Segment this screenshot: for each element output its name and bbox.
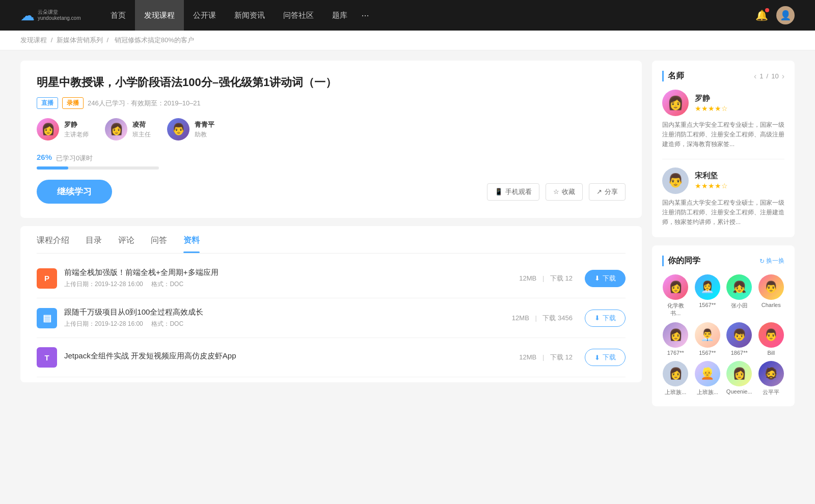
main-layout: 明星中教授课，小学阶段语法100分–强化级第1讲动词（一） 直播 录播 246人…	[0, 50, 815, 425]
action-buttons: 📱 手机观看 ☆ 收藏 ↗ 分享	[487, 183, 626, 201]
user-avatar-nav[interactable]: 👤	[776, 6, 795, 24]
teacher-role-2: 助教	[195, 130, 214, 139]
progress-percent: 26%	[37, 153, 52, 161]
student-name-2: 张小田	[731, 302, 748, 310]
teachers-page-total: 10	[771, 72, 778, 80]
nav-news[interactable]: 新闻资讯	[225, 0, 274, 31]
student-avatar-8: 👩	[663, 361, 688, 386]
nav-open[interactable]: 公开课	[184, 0, 225, 31]
student-name-8: 上班族...	[665, 388, 686, 396]
breadcrumb-link-series[interactable]: 新媒体营销系列	[57, 36, 103, 44]
tab-reviews[interactable]: 评论	[118, 226, 134, 253]
student-name-5: 1567**	[699, 350, 716, 356]
continue-button[interactable]: 继续学习	[37, 180, 112, 204]
nav-more[interactable]: ···	[357, 0, 374, 31]
badge-live: 直播	[37, 97, 58, 109]
teachers-sidebar-card: 名师 ‹ 1 / 10 › 👩 罗静 ★★★★☆ 国内	[652, 61, 795, 237]
tab-catalog[interactable]: 目录	[86, 226, 102, 253]
mobile-watch-button[interactable]: 📱 手机观看	[487, 183, 539, 201]
tabs-section: 课程介绍 目录 评论 问答 资料 P 前端全栈加强版！前端全栈+全周期+多端应用…	[20, 226, 642, 382]
student-avatar-5: 👨‍💼	[695, 322, 720, 348]
file-item-2: T Jetpack全组件实战 开发短视频应用高仿皮皮虾App 12MB | 下载…	[37, 338, 626, 377]
tab-intro[interactable]: 课程介绍	[37, 226, 69, 253]
file-meta-0: 上传日期：2019-12-28 16:00 格式：DOC	[64, 280, 519, 289]
file-list: P 前端全栈加强版！前端全栈+全周期+多端应用 上传日期：2019-12-28 …	[37, 254, 626, 382]
breadcrumb: 发现课程 / 新媒体营销系列 / 销冠修炼术搞定80%的客户	[0, 31, 815, 50]
teacher-name-1: 凌荷	[132, 120, 151, 129]
student-item-7: 👨 Bill	[758, 322, 785, 356]
student-item-3: 👨 Charles	[758, 274, 785, 317]
nav-qa[interactable]: 问答社区	[274, 0, 323, 31]
file-icon-0: P	[37, 268, 57, 289]
teacher-name-2: 青青平	[195, 120, 214, 129]
student-item-5: 👨‍💼 1567**	[694, 322, 721, 356]
student-item-0: 👩 化学教书...	[662, 274, 689, 317]
action-row: 继续学习 📱 手机观看 ☆ 收藏 ↗ 分享	[37, 180, 626, 204]
file-meta-1: 上传日期：2019-12-28 16:00 格式：DOC	[64, 320, 512, 328]
teacher-role-1: 班主任	[132, 130, 151, 139]
file-stats-0: 12MB | 下载 12	[519, 274, 573, 283]
breadcrumb-sep-1: /	[51, 36, 55, 44]
share-button[interactable]: ↗ 分享	[589, 183, 626, 201]
students-sidebar-title: 你的同学	[662, 256, 700, 266]
notification-dot	[765, 8, 769, 12]
teachers-pagination: ‹ 1 / 10 ›	[754, 72, 784, 80]
tab-qa[interactable]: 问答	[151, 226, 167, 253]
teacher-item-0: 👩 罗静 主讲老师	[37, 118, 89, 141]
student-name-6: 1867**	[731, 350, 748, 356]
teacher-avatar-1: 👩	[105, 118, 127, 141]
download-icon-1: ⬇	[594, 314, 600, 322]
teachers-sidebar-title: 名师	[662, 71, 684, 81]
student-item-1: 👩‍💼 1567**	[694, 274, 721, 317]
sidebar-teacher-stars-1: ★★★★☆	[695, 182, 728, 190]
teacher-avatar-2: 👨	[167, 118, 189, 141]
sidebar-teacher-desc-1: 国内某重点大学安全工程专业硕士，国家一级注册消防工程师、注册安全工程师、注册建造…	[662, 198, 784, 228]
tab-materials[interactable]: 资料	[183, 226, 200, 253]
download-button-0[interactable]: ⬇ 下载	[585, 270, 626, 287]
teacher-item-1: 👩 凌荷 班主任	[105, 118, 151, 141]
student-item-6: 👦 1867**	[726, 322, 753, 356]
logo[interactable]: ☁ 云朵课堂 yundouketang.com	[20, 7, 81, 24]
logo-icon: ☁	[20, 7, 35, 24]
nav-quiz[interactable]: 题库	[323, 0, 357, 31]
nav-home[interactable]: 首页	[101, 0, 135, 31]
teacher-divider	[662, 159, 784, 159]
student-avatar-11: 🧔	[758, 361, 784, 386]
download-button-1[interactable]: ⬇ 下载	[585, 310, 626, 327]
nav-discover[interactable]: 发现课程	[135, 0, 184, 31]
breadcrumb-link-discover[interactable]: 发现课程	[20, 36, 47, 44]
teachers-prev-button[interactable]: ‹	[754, 72, 756, 80]
share-icon: ↗	[596, 188, 602, 195]
student-item-8: 👩 上班族...	[662, 361, 689, 396]
tabs-nav: 课程介绍 目录 评论 问答 资料	[37, 226, 626, 254]
teachers-next-button[interactable]: ›	[782, 72, 784, 80]
student-item-10: 👩 Queenie...	[726, 361, 753, 396]
file-info-2: Jetpack全组件实战 开发短视频应用高仿皮皮虾App	[64, 351, 519, 363]
course-title: 明星中教授课，小学阶段语法100分–强化级第1讲动词（一）	[37, 75, 626, 90]
sidebar-teacher-avatar-0: 👩	[662, 90, 689, 116]
teacher-role-0: 主讲老师	[64, 130, 89, 139]
download-button-2[interactable]: ⬇ 下载	[585, 349, 626, 366]
content-left: 明星中教授课，小学阶段语法100分–强化级第1讲动词（一） 直播 录播 246人…	[20, 61, 642, 414]
teachers-sidebar-header: 名师 ‹ 1 / 10 ›	[662, 71, 784, 81]
student-name-4: 1767**	[667, 350, 684, 356]
file-item-0: P 前端全栈加强版！前端全栈+全周期+多端应用 上传日期：2019-12-28 …	[37, 259, 626, 298]
file-icon-1: ▤	[37, 308, 57, 328]
student-name-0: 化学教书...	[662, 302, 689, 317]
file-name-0: 前端全栈加强版！前端全栈+全周期+多端应用	[64, 268, 519, 277]
sidebar-teacher-avatar-1: 👨	[662, 167, 689, 194]
nav-right: 🔔 👤	[755, 6, 795, 24]
collect-button[interactable]: ☆ 收藏	[546, 183, 583, 201]
navbar: ☁ 云朵课堂 yundouketang.com 首页 发现课程 公开课 新闻资讯…	[0, 0, 815, 31]
bell-icon[interactable]: 🔔	[755, 9, 768, 21]
breadcrumb-current: 销冠修炼术搞定80%的客户	[115, 36, 194, 44]
sidebar-teacher-1: 👨 宋利坚 ★★★★☆ 国内某重点大学安全工程专业硕士，国家一级注册消防工程师、…	[662, 167, 784, 228]
mobile-icon: 📱	[495, 188, 503, 195]
file-item-1: ▤ 跟随千万级项目从0到100全过程高效成长 上传日期：2019-12-28 1…	[37, 298, 626, 338]
sidebar-teacher-0: 👩 罗静 ★★★★☆ 国内某重点大学安全工程专业硕士，国家一级注册消防工程师、注…	[662, 90, 784, 150]
refresh-icon: ↻	[759, 258, 765, 265]
progress-bar-bg	[37, 166, 159, 170]
file-name-2: Jetpack全组件实战 开发短视频应用高仿皮皮虾App	[64, 351, 519, 361]
students-sidebar-card: 你的同学 ↻ 换一换 👩 化学教书... 👩‍💼 1567** 👧 张小田	[652, 245, 795, 406]
refresh-students-button[interactable]: ↻ 换一换	[759, 257, 784, 265]
